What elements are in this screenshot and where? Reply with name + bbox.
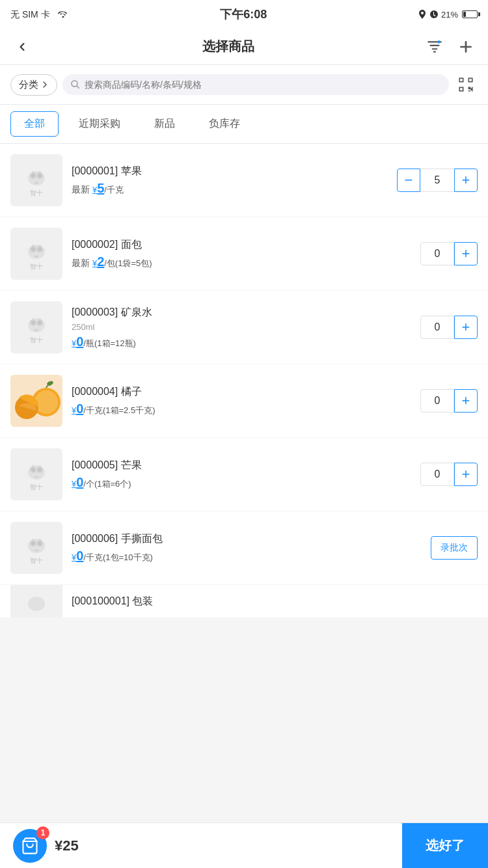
filter-bar: 分类 <box>0 65 488 105</box>
cart-badge: 1 <box>36 826 49 839</box>
owl-icon <box>23 588 49 614</box>
product-image: 智十 <box>10 228 62 280</box>
qty-input[interactable] <box>420 242 454 265</box>
owl-icon <box>23 310 49 336</box>
price-value: 0 <box>76 549 83 563</box>
svg-point-19 <box>38 321 42 325</box>
product-item: 智十 [0000002] 面包 最新 ¥2/包(1袋=5包) + <box>0 217 488 290</box>
svg-point-34 <box>28 597 45 611</box>
price-label: 最新 <box>72 184 90 195</box>
search-icon <box>70 79 81 90</box>
qty-input[interactable] <box>420 463 454 486</box>
product-image: 智十 <box>10 301 62 353</box>
tab-recent[interactable]: 近期采购 <box>65 111 134 137</box>
qty-increase-button[interactable]: + <box>454 169 478 192</box>
filter-icon-btn[interactable] <box>423 35 446 59</box>
owl-icon <box>23 236 49 262</box>
tab-all[interactable]: 全部 <box>10 111 59 137</box>
battery-fill <box>463 12 466 17</box>
qty-decrease-button[interactable]: − <box>397 169 420 192</box>
tab-negative[interactable]: 负库存 <box>195 111 254 137</box>
brand-label: 智十 <box>30 483 43 492</box>
qty-increase-button[interactable]: + <box>454 389 478 413</box>
svg-point-9 <box>38 174 42 178</box>
svg-point-28 <box>38 468 42 472</box>
qty-input[interactable] <box>420 169 454 192</box>
product-name: [0000006] 手撕面包 <box>72 532 422 546</box>
product-image <box>10 585 62 617</box>
svg-point-18 <box>31 321 35 325</box>
product-price: ¥0/瓶(1箱=12瓶) <box>72 334 411 349</box>
product-info: [0000003] 矿泉水 250ml ¥0/瓶(1箱=12瓶) <box>72 306 411 349</box>
owl-placeholder: 智十 <box>10 154 62 206</box>
product-item: 智十 [0000006] 手撕面包 ¥0/千克(1包=10千克) 录批次 <box>0 511 488 584</box>
location-icon <box>418 10 427 19</box>
cart-area: 1 ¥25 <box>0 829 402 863</box>
scan-button[interactable] <box>454 73 478 96</box>
owl-placeholder <box>10 585 62 617</box>
qty-input[interactable] <box>420 316 454 339</box>
status-bar: 无 SIM 卡 下午6:08 21% <box>0 0 488 29</box>
price-unit: /个(1箱=6个) <box>83 479 131 489</box>
product-info: [0000001] 苹果 最新 ¥5/千克 <box>72 165 388 196</box>
price-unit: /千克(1箱=2.5千克) <box>83 405 155 415</box>
carrier-text: 无 SIM 卡 <box>10 9 50 20</box>
add-icon-btn[interactable] <box>454 35 478 59</box>
product-item: 智十 [0000005] 芒果 ¥0/个(1箱=6个) + <box>0 438 488 511</box>
qty-increase-button[interactable]: + <box>454 242 478 265</box>
owl-placeholder: 智十 <box>10 301 62 353</box>
product-price: ¥0/千克(1箱=2.5千克) <box>72 401 411 416</box>
nav-bar: 选择商品 <box>0 29 488 65</box>
product-info: [0000004] 橘子 ¥0/千克(1箱=2.5千克) <box>72 385 411 416</box>
qty-increase-button[interactable]: + <box>454 316 478 339</box>
search-input[interactable] <box>85 79 441 90</box>
confirm-button[interactable]: 选好了 <box>402 823 488 869</box>
cart-icon-button[interactable]: 1 <box>13 829 47 863</box>
owl-icon <box>23 457 49 483</box>
cart-icon <box>21 837 39 855</box>
product-image <box>10 375 62 427</box>
chevron-right-icon <box>41 81 49 88</box>
qty-increase-button[interactable]: + <box>454 463 478 486</box>
owl-icon <box>23 530 49 556</box>
qty-control: + <box>420 316 478 339</box>
product-price: ¥0/千克(1包=10千克) <box>72 549 422 563</box>
product-spec: 250ml <box>72 322 411 332</box>
cart-total: ¥25 <box>55 837 79 854</box>
category-label: 分类 <box>19 79 38 91</box>
price-value: 0 <box>76 475 83 489</box>
price-unit: /千克 <box>104 185 124 195</box>
tab-new[interactable]: 新品 <box>141 111 189 137</box>
price-value: 0 <box>76 334 83 349</box>
product-name: [0000003] 矿泉水 <box>72 306 411 319</box>
search-box <box>62 74 449 95</box>
tab-bar: 全部 近期采购 新品 负库存 <box>0 105 488 144</box>
svg-point-14 <box>38 247 42 251</box>
product-name: [0000001] 苹果 <box>72 165 388 178</box>
batch-entry-button[interactable]: 录批次 <box>431 536 478 560</box>
price-unit: /包(1袋=5包) <box>104 258 152 268</box>
qty-control: + <box>420 242 478 265</box>
qty-control: − + <box>397 169 478 192</box>
price-unit: /瓶(1箱=12瓶) <box>83 338 136 348</box>
page-title: 选择商品 <box>202 38 254 55</box>
back-button[interactable] <box>10 35 34 59</box>
qty-control: + <box>420 463 478 486</box>
category-button[interactable]: 分类 <box>10 74 57 96</box>
scan-icon <box>457 76 474 93</box>
price-value: 2 <box>97 254 104 269</box>
qty-input[interactable] <box>420 389 454 413</box>
owl-icon <box>23 163 49 189</box>
alarm-icon <box>429 10 439 19</box>
owl-placeholder: 智十 <box>10 228 62 280</box>
price-unit: /千克(1包=10千克) <box>83 552 153 562</box>
product-item: 智十 [0000003] 矿泉水 250ml ¥0/瓶(1箱=12瓶) + <box>0 291 488 364</box>
svg-point-13 <box>31 247 35 251</box>
price-value: 5 <box>97 181 104 195</box>
owl-placeholder: 智十 <box>10 522 62 574</box>
carrier-wifi: 无 SIM 卡 <box>10 8 69 21</box>
battery-text: 21% <box>441 10 458 20</box>
price-value: 0 <box>76 401 83 416</box>
product-name: [0000002] 面包 <box>72 238 411 252</box>
qty-control: 录批次 <box>431 536 478 560</box>
